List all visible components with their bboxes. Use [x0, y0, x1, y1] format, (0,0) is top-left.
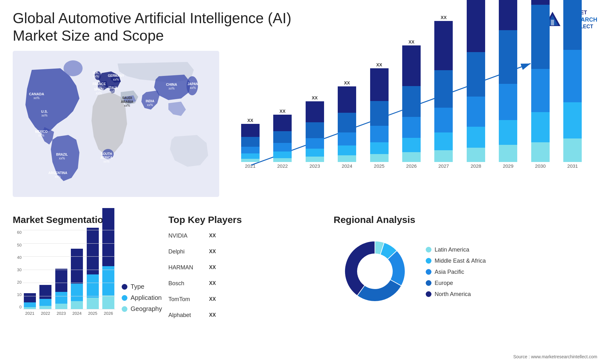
svg-text:xx%: xx%	[96, 91, 102, 95]
growth-bar-group: XX	[364, 60, 394, 162]
seg-bar-group	[54, 230, 68, 309]
growth-bar-group: XX	[525, 60, 555, 162]
growth-bar-group: XX	[235, 60, 265, 162]
svg-rect-2	[551, 20, 554, 25]
segmentation-title: Market Segmentation	[13, 214, 162, 225]
player-row: TomTomXX	[168, 293, 327, 305]
svg-text:xx%: xx%	[38, 134, 44, 137]
svg-text:FRANCE: FRANCE	[92, 82, 106, 86]
svg-text:xx%: xx%	[190, 86, 196, 90]
growth-x-axis: 2021202220232024202520262027202820292030…	[232, 163, 591, 169]
svg-text:xx%: xx%	[55, 175, 61, 179]
svg-text:ARGENTINA: ARGENTINA	[48, 171, 67, 175]
regional-title: Regional Analysis	[334, 214, 597, 225]
player-row: DelphiXX	[168, 246, 327, 257]
svg-text:xx%: xx%	[169, 87, 175, 90]
world-map-svg: CANADA xx% U.S. xx% MEXICO xx% BRAZIL xx…	[13, 51, 219, 197]
regional-section: Regional Analysis Latin AmericaMiddle Ea…	[334, 214, 597, 341]
svg-text:xx%: xx%	[42, 114, 48, 117]
svg-point-4	[64, 60, 83, 76]
seg-bar-group	[86, 230, 100, 309]
regional-legend-item: Middle East & Africa	[426, 258, 486, 264]
source-text: Source : www.marketresearchintellect.com	[513, 354, 597, 359]
growth-chart: XXXXXXXXXXXXXXXXXXXXXX 20212022202320242…	[232, 54, 591, 175]
growth-bar-group: XX	[429, 60, 459, 162]
svg-text:GERMANY: GERMANY	[108, 74, 124, 78]
svg-text:CANADA: CANADA	[29, 92, 44, 96]
player-row: BoschXX	[168, 278, 327, 289]
seg-bar-group	[23, 230, 37, 309]
svg-text:JAPAN: JAPAN	[187, 82, 198, 86]
growth-bar-group: XX	[396, 60, 426, 162]
svg-text:xx%: xx%	[104, 160, 110, 163]
svg-text:AFRICA: AFRICA	[100, 156, 112, 159]
seg-legend: TypeApplicationGeography	[122, 277, 162, 319]
main-content: CANADA xx% U.S. xx% MEXICO xx% BRAZIL xx…	[13, 51, 597, 206]
seg-bars-container	[23, 230, 115, 309]
player-row: AlphabetXX	[168, 309, 327, 321]
seg-bar-group	[70, 230, 84, 309]
regional-legend-item: North America	[426, 291, 486, 298]
player-row: NVIDIAXX	[168, 230, 327, 241]
bottom-sections: Market Segmentation 60 50 40 30 20 10 0	[13, 214, 597, 341]
regional-content: Latin AmericaMiddle East & AfricaAsia Pa…	[334, 230, 597, 314]
regional-legend: Latin AmericaMiddle East & AfricaAsia Pa…	[426, 246, 486, 298]
player-row: HARMANXX	[168, 262, 327, 273]
svg-text:xx%: xx%	[93, 75, 99, 78]
svg-text:CHINA: CHINA	[166, 83, 177, 86]
svg-text:U.K.: U.K.	[93, 71, 99, 74]
players-section: Top Key Players NVIDIAXXDelphiXXHARMANXX…	[168, 214, 327, 341]
svg-text:MEXICO: MEXICO	[35, 130, 48, 133]
regional-legend-item: Latin America	[426, 246, 486, 253]
seg-legend-item: Type	[122, 283, 162, 290]
regional-legend-item: Europe	[426, 280, 486, 286]
svg-text:SOUTH: SOUTH	[101, 152, 112, 156]
growth-bar-group: XX	[461, 60, 491, 162]
players-title: Top Key Players	[168, 214, 327, 225]
seg-bar-group	[39, 230, 53, 309]
svg-text:xx%: xx%	[59, 157, 65, 160]
page-title: Global Automotive Artificial Intelligenc…	[13, 10, 299, 44]
svg-text:ARABIA: ARABIA	[121, 100, 133, 104]
page: Global Automotive Artificial Intelligenc…	[0, 0, 610, 364]
svg-point-7	[186, 76, 198, 95]
svg-text:BRAZIL: BRAZIL	[56, 153, 68, 156]
svg-text:INDIA: INDIA	[146, 99, 154, 103]
seg-chart-container: 60 50 40 30 20 10 0	[13, 230, 115, 319]
growth-bar-group: XX	[267, 60, 297, 162]
players-list: NVIDIAXXDelphiXXHARMANXXBoschXXTomTomXXA…	[168, 230, 327, 321]
growth-chart-section: XXXXXXXXXXXXXXXXXXXXXX 20212022202320242…	[226, 51, 597, 206]
seg-bar-group	[102, 230, 116, 309]
segmentation-section: Market Segmentation 60 50 40 30 20 10 0	[13, 214, 162, 341]
regional-legend-item: Asia Pacific	[426, 269, 486, 275]
seg-legend-item: Application	[122, 294, 162, 301]
donut-chart-svg	[334, 230, 416, 313]
svg-text:xx%: xx%	[147, 103, 153, 107]
svg-text:xx%: xx%	[34, 96, 40, 100]
svg-text:xx%: xx%	[113, 78, 119, 81]
growth-bar-group: XX	[558, 60, 588, 162]
growth-bar-group: XX	[493, 60, 523, 162]
growth-bars-container: XXXXXXXXXXXXXXXXXXXXXX	[232, 54, 591, 162]
svg-text:U.S.: U.S.	[41, 110, 48, 113]
svg-text:SPAIN: SPAIN	[94, 88, 104, 91]
seg-legend-item: Geography	[122, 305, 162, 313]
svg-text:xx%: xx%	[110, 90, 116, 93]
donut-chart-container	[334, 230, 416, 314]
map-section: CANADA xx% U.S. xx% MEXICO xx% BRAZIL xx…	[13, 51, 219, 206]
svg-text:SAUDI: SAUDI	[122, 96, 132, 100]
svg-text:ITALY: ITALY	[108, 86, 117, 90]
svg-text:xx%: xx%	[124, 104, 130, 107]
growth-bar-group: XX	[332, 60, 362, 162]
growth-bar-group: XX	[300, 60, 330, 162]
